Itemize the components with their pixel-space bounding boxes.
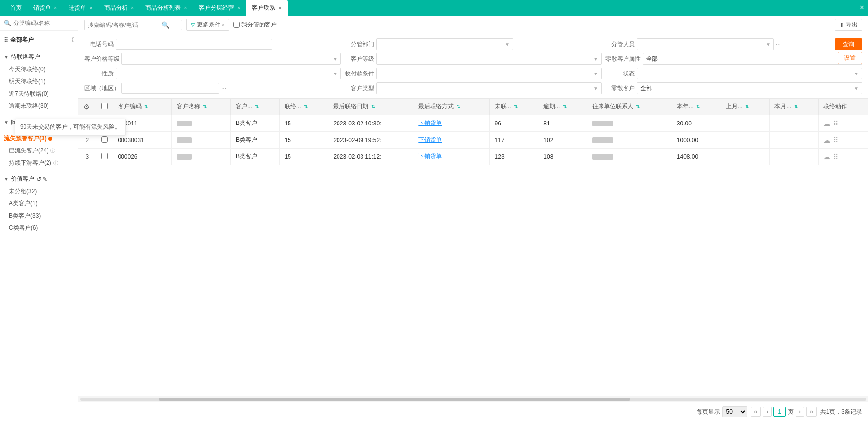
action-more-icon[interactable]: ⠿ bbox=[833, 136, 838, 144]
sidebar-item-a-class[interactable]: A类客户(1) bbox=[0, 198, 78, 210]
sidebar-item-today[interactable]: 今天待联络(0) bbox=[0, 63, 78, 75]
search-input[interactable] bbox=[88, 22, 161, 28]
filter-region-more[interactable]: ··· bbox=[221, 85, 226, 92]
sidebar-item-tomorrow[interactable]: 明天待联络(1) bbox=[0, 75, 78, 88]
row-name bbox=[171, 149, 230, 165]
tab-customer-contact-close[interactable]: × bbox=[278, 5, 281, 11]
filter-phone-input[interactable] bbox=[116, 39, 272, 50]
col-checkbox[interactable] bbox=[96, 99, 113, 115]
tab-customer-layer-label: 客户分层经营 bbox=[199, 4, 234, 12]
last-method-link[interactable]: 下销货单 bbox=[418, 120, 442, 126]
tab-customer-layer-close[interactable]: × bbox=[237, 5, 240, 11]
col-settings[interactable]: ⚙ bbox=[78, 99, 96, 115]
per-page-select[interactable]: 50 100 200 bbox=[722, 406, 747, 417]
last-page-button[interactable]: » bbox=[806, 407, 817, 417]
filter-scatter-label: 零散客户 bbox=[605, 84, 635, 93]
col-this-month[interactable]: 本月... ⇅ bbox=[770, 99, 819, 115]
settings-button[interactable]: 设置 bbox=[838, 52, 862, 64]
content-area: 🔍 ▽ 更多条件 ∧ 我分管的客户 ⬆ 导出 查询 设置 电话 bbox=[78, 16, 868, 421]
filter-person-select[interactable]: ▼ bbox=[637, 38, 774, 50]
row-last-method[interactable]: 下销货单 bbox=[413, 132, 489, 149]
action-more-icon[interactable]: ⠿ bbox=[833, 120, 838, 127]
sidebar-item-ungroup[interactable]: 未分组(32) bbox=[0, 185, 78, 198]
this-year-sort: ⇅ bbox=[696, 104, 700, 109]
tab-analysis[interactable]: 商品分析 × bbox=[98, 0, 140, 16]
sidebar-group-value[interactable]: ▼ 价值客户 ↺ ✎ bbox=[0, 173, 78, 185]
filter-price-level-select[interactable]: ▼ bbox=[121, 53, 341, 65]
row-type: B类客户 bbox=[230, 132, 279, 149]
filter-grade-select[interactable]: ▼ bbox=[376, 53, 602, 65]
select-all-checkbox[interactable] bbox=[101, 103, 108, 109]
tab-customer-layer[interactable]: 客户分层经营 × bbox=[193, 0, 246, 16]
settings-icon[interactable]: ⚙ bbox=[83, 103, 90, 111]
tab-sales-close[interactable]: × bbox=[54, 5, 57, 11]
col-code[interactable]: 客户编码 ⇅ bbox=[113, 99, 171, 115]
sidebar-item-b-class[interactable]: B类客户(33) bbox=[0, 210, 78, 222]
filter-status-label: 状态 bbox=[605, 70, 635, 78]
first-page-button[interactable]: « bbox=[751, 407, 761, 417]
my-customers-checkbox[interactable] bbox=[233, 22, 240, 28]
export-button[interactable]: ⬆ 导出 bbox=[835, 19, 862, 31]
row-last-date: 2023-03-02 10:30: bbox=[328, 115, 413, 132]
filter-payment-select[interactable]: ▼ bbox=[376, 68, 602, 79]
sidebar-search-input[interactable] bbox=[13, 20, 74, 26]
row-last-method[interactable]: 下销货单 bbox=[413, 115, 489, 132]
tab-purchase-close[interactable]: × bbox=[89, 5, 92, 11]
col-name[interactable]: 客户名称 ⇅ bbox=[171, 99, 230, 115]
row-uncontacted: 96 bbox=[489, 115, 538, 132]
sidebar-all-section: ⠿ 全部客户 《 bbox=[0, 31, 78, 49]
action-contact-icon[interactable]: ☁ bbox=[823, 153, 830, 161]
filter-nature-select[interactable]: ▼ bbox=[116, 68, 341, 79]
col-last-date[interactable]: 最后联络日期 ⇅ bbox=[328, 99, 413, 115]
last-method-link[interactable]: 下销货单 bbox=[418, 153, 442, 160]
col-uncontacted[interactable]: 未联... ⇅ bbox=[489, 99, 538, 115]
sidebar-item-churned[interactable]: 已流失客户(24) ⓘ bbox=[0, 145, 78, 157]
search-button[interactable]: 🔍 bbox=[161, 21, 169, 29]
filter-scatter-select[interactable]: 全部 ▼ bbox=[637, 82, 862, 94]
sidebar: 🔍 ⠿ 全部客户 《 ▼ 待联络客户 今天待联络(0) 明天待联络(1) 近7天… bbox=[0, 16, 78, 421]
sidebar-item-declining[interactable]: 持续下滑客户(2) ⓘ bbox=[0, 157, 78, 169]
tab-sales[interactable]: 销货单 × bbox=[27, 0, 63, 16]
value-edit-icon[interactable]: ✎ bbox=[42, 176, 47, 183]
tab-customer-contact[interactable]: 客户联系 × bbox=[246, 0, 287, 16]
filter-scatter-attr-select[interactable]: 全部 ▼ bbox=[643, 53, 862, 65]
sidebar-item-7days[interactable]: 近7天待联络(0) bbox=[0, 88, 78, 100]
col-last-month[interactable]: 上月... ⇅ bbox=[721, 99, 770, 115]
col-overdue[interactable]: 逾期... ⇅ bbox=[538, 99, 587, 115]
tab-analysis-list[interactable]: 商品分析列表 × bbox=[140, 0, 193, 16]
filter-dept-select[interactable]: ▼ bbox=[376, 38, 513, 50]
tab-home[interactable]: 首页 bbox=[4, 0, 27, 16]
row-checkbox[interactable] bbox=[96, 149, 113, 165]
filter-person-more[interactable]: ··· bbox=[776, 41, 781, 48]
col-this-year[interactable]: 本年... ⇅ bbox=[672, 99, 721, 115]
filter-status-select[interactable]: ▼ bbox=[637, 68, 862, 79]
tab-analysis-list-close[interactable]: × bbox=[184, 5, 187, 11]
col-type[interactable]: 客户... ⇅ bbox=[230, 99, 279, 115]
value-refresh-icon[interactable]: ↺ bbox=[36, 176, 41, 183]
sidebar-all-customers[interactable]: ⠿ 全部客户 《 bbox=[0, 33, 78, 47]
tab-purchase[interactable]: 进货单 × bbox=[63, 0, 98, 16]
row-last-method[interactable]: 下销货单 bbox=[413, 149, 489, 165]
sidebar-item-overdue[interactable]: 逾期未联络(30) bbox=[0, 100, 78, 112]
filter-customer-type-select[interactable]: ▼ bbox=[376, 82, 602, 94]
page-nav: « ‹ 1 页 › » bbox=[751, 407, 817, 417]
query-button[interactable]: 查询 bbox=[835, 38, 862, 50]
sidebar-group-pending[interactable]: ▼ 待联络客户 bbox=[0, 51, 78, 63]
prev-page-button[interactable]: ‹ bbox=[763, 407, 772, 417]
more-conditions-button[interactable]: ▽ 更多条件 ∧ bbox=[186, 19, 229, 31]
next-page-button[interactable]: › bbox=[796, 407, 804, 417]
col-contact-person[interactable]: 往来单位联系人 ⇅ bbox=[587, 99, 672, 115]
action-contact-icon[interactable]: ☁ bbox=[823, 120, 830, 127]
filter-region-input[interactable] bbox=[121, 83, 219, 94]
horizontal-scrollbar[interactable] bbox=[78, 396, 868, 402]
row-last-month bbox=[721, 149, 770, 165]
col-last-method[interactable]: 最后联络方式 ⇅ bbox=[413, 99, 489, 115]
type-sort: ⇅ bbox=[255, 104, 259, 109]
tab-analysis-close[interactable]: × bbox=[131, 5, 134, 11]
col-contacts[interactable]: 联络... ⇅ bbox=[279, 99, 328, 115]
close-all-icon[interactable]: × bbox=[860, 3, 864, 12]
action-contact-icon[interactable]: ☁ bbox=[823, 136, 830, 144]
last-method-link[interactable]: 下销货单 bbox=[418, 136, 442, 143]
action-more-icon[interactable]: ⠿ bbox=[833, 153, 838, 161]
sidebar-item-c-class[interactable]: C类客户(6) bbox=[0, 222, 78, 234]
